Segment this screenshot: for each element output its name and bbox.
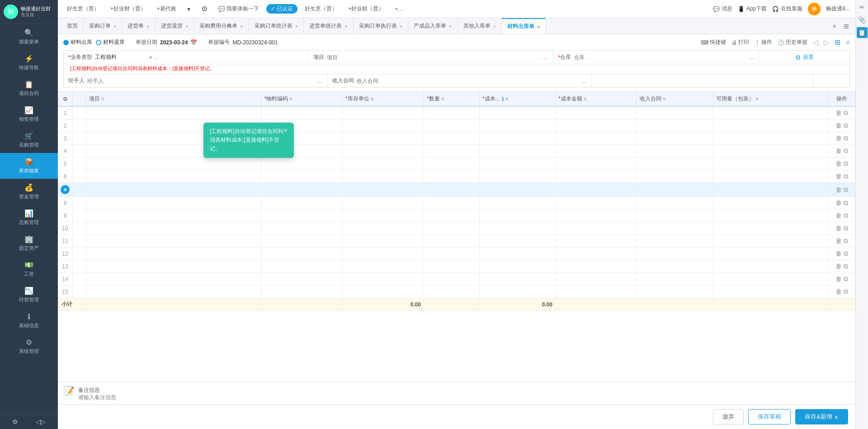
copy-row-btn[interactable]: ⧉ bbox=[844, 122, 848, 129]
save-draft-button[interactable]: 保存草稿 bbox=[748, 409, 791, 424]
copy-row-btn[interactable]: ⧉ bbox=[844, 109, 848, 117]
th-settings[interactable]: ⚙ bbox=[58, 92, 73, 106]
warehouse-dots-btn[interactable]: … bbox=[749, 54, 754, 61]
save-new-button[interactable]: 保存&新增 ∧ bbox=[795, 409, 848, 424]
history-btn[interactable]: 🕐 历史单据 bbox=[778, 38, 807, 46]
tabbar-grid-icon[interactable]: ⊞ bbox=[841, 22, 852, 31]
delete-row-btn[interactable]: 🗑 bbox=[835, 122, 842, 129]
income-contract-input[interactable] bbox=[357, 78, 580, 84]
radio-material-out[interactable]: 材料出库 bbox=[63, 38, 92, 46]
close-icon[interactable]: × bbox=[449, 24, 452, 29]
topbar-good-business[interactable]: 好生意（普） bbox=[63, 3, 103, 14]
project-input[interactable] bbox=[327, 54, 542, 61]
sidebar-item-quick[interactable]: ⚡ 快捷导航 bbox=[0, 50, 58, 76]
tab-order-exec[interactable]: 采购订单执行表 × bbox=[354, 18, 408, 34]
close-icon[interactable]: × bbox=[537, 24, 540, 29]
sidebar-item-inventory[interactable]: 📦 库存核算 bbox=[0, 153, 58, 179]
notes-input[interactable] bbox=[78, 394, 146, 400]
app-download-btn[interactable]: 📱 App下载 bbox=[738, 5, 767, 13]
tab-material-out[interactable]: 材料出库单 × bbox=[502, 18, 546, 34]
print-btn[interactable]: 🖨 打印 bbox=[731, 38, 749, 46]
copy-row-btn[interactable]: ⧉ bbox=[844, 199, 848, 207]
th-cost-amount[interactable]: *成本金额 ⇅ bbox=[555, 92, 637, 106]
sidebar-item-ledger[interactable]: 📊 总账管理 bbox=[0, 205, 58, 230]
th-income-contract[interactable]: 收入合同 ⇅ bbox=[637, 92, 713, 106]
copy-row-btn[interactable]: ⧉ bbox=[844, 275, 848, 283]
tab-purchase-fee[interactable]: 采购费用分摊单 × bbox=[194, 18, 249, 34]
handler-dots-btn[interactable]: … bbox=[317, 78, 323, 84]
copy-row-btn[interactable]: ⧉ bbox=[844, 288, 848, 296]
sidebar-item-salary[interactable]: 💵 工资 bbox=[0, 256, 58, 282]
tab-incoming-stats[interactable]: 进货单统计表 × bbox=[304, 18, 353, 34]
topbar-certified[interactable]: ✓ 已认证 bbox=[266, 4, 297, 14]
add-row-btn[interactable]: + bbox=[61, 185, 70, 194]
delete-row-btn[interactable]: 🗑 bbox=[835, 250, 842, 257]
date-value[interactable]: 2023-03-24 bbox=[160, 39, 188, 46]
topbar-good-finance[interactable]: +好业财（普） bbox=[107, 3, 150, 14]
delete-row-btn[interactable]: 🗑 bbox=[835, 109, 842, 117]
tab-other-in[interactable]: 其他入库单 × bbox=[458, 18, 502, 34]
radio-material-return[interactable]: 材料退库 bbox=[96, 38, 125, 46]
copy-row-btn[interactable]: ⧉ bbox=[844, 212, 848, 219]
tab-purchase-order[interactable]: 采购订单 × bbox=[84, 18, 122, 34]
cell-input-project[interactable] bbox=[75, 186, 83, 193]
topbar-finance2[interactable]: +好业财（普） bbox=[344, 3, 387, 14]
copy-row-btn[interactable]: ⧉ bbox=[844, 147, 848, 155]
field-settings-btn[interactable]: ⚙ 设置 bbox=[759, 51, 849, 64]
delete-row-btn[interactable]: 🗑 bbox=[835, 160, 842, 167]
online-service-btn[interactable]: 🎧 在线客服 bbox=[772, 5, 802, 13]
topbar-settings-icon[interactable]: ⚙ bbox=[198, 3, 211, 15]
delete-row-btn[interactable]: 🗑 bbox=[835, 224, 842, 232]
delete-row-btn[interactable]: 🗑 bbox=[835, 288, 842, 296]
copy-row-btn[interactable]: ⧉ bbox=[844, 160, 848, 167]
right-panel-active-icon[interactable]: 📋 bbox=[857, 27, 868, 38]
shortcut-btn[interactable]: ⌨ 快捷键 bbox=[701, 38, 726, 46]
settings-footer-icon[interactable]: ⚙ bbox=[12, 418, 18, 425]
copy-row-btn[interactable]: ⧉ bbox=[844, 172, 848, 180]
right-panel-attach-icon[interactable]: 📎 bbox=[857, 14, 868, 25]
close-icon[interactable]: × bbox=[113, 24, 116, 29]
delete-row-btn[interactable]: 🗑 bbox=[835, 147, 842, 155]
discard-button[interactable]: 放弃 bbox=[713, 409, 744, 424]
delete-row-btn[interactable]: 🗑 bbox=[835, 237, 842, 245]
tab-incoming[interactable]: 进货单 × bbox=[122, 18, 155, 34]
sidebar-item-basic[interactable]: ℹ 基础信息 bbox=[0, 308, 58, 334]
nav-left-icon[interactable]: ◁ bbox=[813, 38, 818, 47]
tab-product-in[interactable]: 产成品入库单 × bbox=[408, 18, 458, 34]
close-icon[interactable]: × bbox=[185, 24, 188, 29]
delete-row-btn[interactable]: 🗑 bbox=[835, 186, 842, 194]
th-project[interactable]: 项目 ⇅ bbox=[86, 92, 261, 106]
th-material-code[interactable]: *物料编码 ⇅ bbox=[261, 92, 343, 106]
calendar-icon[interactable]: 📅 bbox=[190, 39, 197, 46]
sidebar-item-finance[interactable]: 💰 资金管理 bbox=[0, 179, 58, 205]
operation-btn[interactable]: ⋮ 操作 bbox=[755, 38, 772, 46]
business-type-input[interactable] bbox=[95, 54, 149, 61]
topbar-experience[interactable]: 💬 我要体验一下 bbox=[215, 3, 263, 14]
delete-row-btn[interactable]: 🗑 bbox=[835, 199, 842, 207]
close-icon[interactable]: × bbox=[146, 24, 149, 29]
copy-row-btn[interactable]: ⧉ bbox=[844, 186, 848, 194]
tabbar-close-btn[interactable]: × bbox=[830, 22, 839, 31]
sidebar-item-system[interactable]: ⚙ 系统管理 bbox=[0, 334, 58, 359]
th-cost-price[interactable]: *成本... ℹ ⇅ bbox=[479, 92, 555, 106]
th-available[interactable]: 可用量（包装） ⇅ bbox=[713, 92, 828, 106]
delete-row-btn[interactable]: 🗑 bbox=[835, 172, 842, 180]
list-view-icon[interactable]: ≡ bbox=[846, 38, 850, 47]
message-btn[interactable]: 💬 消息 bbox=[713, 5, 732, 13]
sidebar-item-purchase[interactable]: 🛒 采购管理 bbox=[0, 127, 58, 153]
th-unit[interactable]: *库存单位 ⇅ bbox=[343, 92, 424, 106]
delete-row-btn[interactable]: 🗑 bbox=[835, 275, 842, 283]
user-avatar[interactable]: 畅 bbox=[808, 3, 821, 15]
close-icon[interactable]: × bbox=[400, 24, 402, 29]
tab-home[interactable]: 首页 bbox=[61, 18, 84, 34]
delete-row-btn[interactable]: 🗑 bbox=[835, 134, 842, 142]
sidebar-item-project[interactable]: 📋 项目合同 bbox=[0, 76, 58, 101]
close-icon[interactable]: × bbox=[240, 24, 243, 29]
delete-row-btn[interactable]: 🗑 bbox=[835, 212, 842, 219]
nav-right-icon[interactable]: ▷ bbox=[824, 38, 829, 47]
topbar-easy-account[interactable]: +易代账 bbox=[153, 3, 180, 14]
th-quantity[interactable]: *数量 ⇅ bbox=[424, 92, 480, 106]
sidebar-item-management[interactable]: 📉 经营管理 bbox=[0, 282, 58, 308]
sidebar-item-assets[interactable]: 🏢 固定资产 bbox=[0, 230, 58, 256]
copy-row-btn[interactable]: ⧉ bbox=[844, 262, 848, 270]
